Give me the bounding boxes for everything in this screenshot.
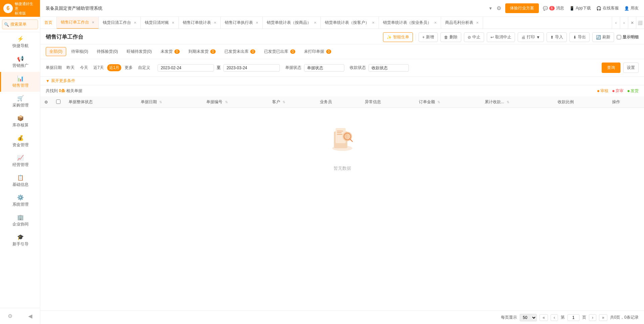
next-page-button[interactable]: › <box>589 314 596 321</box>
tab-close-sales-summary-customer[interactable]: ✕ <box>372 21 375 25</box>
th-date[interactable]: 单据日期 ⇅ <box>137 96 202 108</box>
collapse-icon[interactable]: ◀ <box>27 312 34 321</box>
th-collected[interactable]: 累计收款... ⇅ <box>481 96 554 108</box>
filter-tab-wangpu[interactable]: 旺铺待发货(0) <box>123 47 156 56</box>
sidebar-item-guide[interactable]: 🎓 新手引导 <box>0 231 40 250</box>
sidebar-item-system[interactable]: ⚙️ 系统管理 <box>0 191 40 211</box>
print-button[interactable]: 🖨 打印 ▼ <box>518 32 544 42</box>
prev-page-button[interactable]: ‹ <box>551 314 558 321</box>
tab-home[interactable]: 首页 <box>40 17 57 29</box>
experience-button[interactable]: 体验行业方案 <box>505 3 539 13</box>
last-page-button[interactable]: » <box>599 314 607 321</box>
tab-close-sales-exec[interactable]: ✕ <box>256 21 258 25</box>
tab-sales-workbench[interactable]: 销售订单工作台 ✕ <box>57 17 99 29</box>
tab-close-cash-daily[interactable]: ✕ <box>134 21 136 25</box>
th-amount[interactable]: 订单金额 ⇅ <box>415 96 480 108</box>
show-details-label[interactable]: 显示明细 <box>617 34 639 40</box>
filter-tab-all[interactable]: 全部(0) <box>46 47 66 56</box>
th-customer[interactable]: 客户 ⇅ <box>268 96 316 108</box>
sort-number-icon[interactable]: ⇅ <box>225 100 228 104</box>
tab-scroll-right[interactable]: › <box>620 17 628 29</box>
stop-button[interactable]: ⊘ 中止 <box>464 32 484 42</box>
date-btn-custom[interactable]: 自定义 <box>136 64 152 71</box>
tab-sales-summary-customer[interactable]: 销货单统计表（按客户） ✕ <box>321 17 379 29</box>
date-to-input[interactable] <box>223 64 280 72</box>
online-service-button[interactable]: 🎧 在线客服 <box>596 5 619 11</box>
date-btn-today[interactable]: 今天 <box>78 64 90 71</box>
tab-close-cash-reconcile[interactable]: ✕ <box>172 21 174 25</box>
sidebar-item-sales[interactable]: 📊 销售管理 <box>0 72 40 92</box>
first-page-button[interactable]: « <box>540 314 548 321</box>
show-details-checkbox[interactable] <box>617 35 621 39</box>
tab-maximize[interactable]: ⬜ <box>636 17 644 29</box>
sidebar-item-purchase[interactable]: 🛒 采购管理 <box>0 92 40 112</box>
cancel-review-button[interactable]: 弃审 <box>612 88 624 94</box>
tab-sales-summary-staff[interactable]: 销货单统计表（按业务员） ✕ <box>379 17 441 29</box>
filter-tab-pending-check[interactable]: 待拣验货(0) <box>93 47 122 56</box>
th-checkbox[interactable] <box>52 96 65 108</box>
sort-date-icon[interactable]: ⇅ <box>159 100 162 104</box>
tab-sales-summary-product[interactable]: 销货单统计表（按商品） ✕ <box>263 17 321 29</box>
search-menu-button[interactable]: 🔍 搜索菜单 <box>2 19 38 29</box>
sort-amount-icon[interactable]: ⇅ <box>437 100 440 104</box>
sort-collected-icon[interactable]: ⇅ <box>507 100 509 104</box>
date-btn-more[interactable]: 更多 <box>123 64 135 71</box>
import-button[interactable]: ⬆ 导入 <box>547 32 567 42</box>
sidebar-item-marketing[interactable]: 📢 营销推广 <box>0 52 40 72</box>
tab-close-all[interactable]: ✕ <box>628 17 636 29</box>
system-dropdown-arrow[interactable]: ▼ <box>488 6 492 11</box>
search-setting-button[interactable]: 设置 <box>623 63 639 73</box>
status-select[interactable]: 单据状态 <box>304 64 344 72</box>
select-all-checkbox[interactable] <box>56 99 60 104</box>
tab-cash-reconcile[interactable]: 钱货日清对账 ✕ <box>141 17 179 29</box>
smart-generate-button[interactable]: ✨ 智能生单 <box>383 32 413 42</box>
filter-tab-shipped-out[interactable]: 已发货已出库 0 <box>260 47 299 56</box>
tab-scroll-left[interactable]: ‹ <box>612 17 620 29</box>
query-button[interactable]: 查询 <box>602 63 620 73</box>
payment-select[interactable]: 收款状态 <box>369 64 409 72</box>
user-button[interactable]: 👤 用友 <box>624 5 639 11</box>
expand-conditions-button[interactable]: ▼ 展开更多条件 <box>46 78 639 84</box>
page-size-select[interactable]: 50 10 20 100 <box>520 314 537 321</box>
th-staff[interactable]: 业务员 <box>316 96 361 108</box>
tab-close-sales-summary-product[interactable]: ✕ <box>314 21 316 25</box>
sidebar-item-quick-nav[interactable]: ⚡ 快捷导航 <box>0 32 40 52</box>
date-btn-yesterday[interactable]: 昨天 <box>65 64 77 71</box>
tab-sales-exec[interactable]: 销售订单执行表 ✕ <box>221 17 263 29</box>
tab-close-sales-workbench[interactable]: ✕ <box>92 21 94 24</box>
tab-sales-stats[interactable]: 销售订单统计表 ✕ <box>179 17 221 29</box>
tab-close-margin-analysis[interactable]: ✕ <box>476 21 479 25</box>
sidebar-item-enterprise[interactable]: 🏢 企业协同 <box>0 211 40 231</box>
sidebar-item-basic-info[interactable]: 📋 基础信息 <box>0 171 40 191</box>
date-from-input[interactable] <box>158 64 214 72</box>
sidebar-item-finance[interactable]: 💰 资金管理 <box>0 131 40 151</box>
app-download-button[interactable]: 📱 App下载 <box>569 5 591 11</box>
filter-tab-pending-review[interactable]: 待审核(0) <box>68 47 92 56</box>
date-btn-1month[interactable]: 近1月 <box>107 64 122 71</box>
export-button[interactable]: ⬇ 导出 <box>569 32 590 42</box>
filter-tab-shipped-in[interactable]: 已发货未出库 0 <box>221 47 259 56</box>
tab-close-sales-summary-staff[interactable]: ✕ <box>434 21 437 25</box>
system-settings-icon[interactable]: ⚙ <box>497 5 501 11</box>
refresh-button[interactable]: 🔄 刷新 <box>592 32 614 42</box>
delete-button[interactable]: 🗑 删除 <box>440 32 461 42</box>
filter-tab-unshipped[interactable]: 未发货 0 <box>157 47 183 56</box>
horizontal-scrollbar[interactable] <box>40 308 644 311</box>
cancel-stop-button[interactable]: ↩ 取消中止 <box>487 32 515 42</box>
sort-customer-icon[interactable]: ⇅ <box>283 100 285 104</box>
th-settings[interactable]: ⚙ <box>40 96 52 108</box>
settings-bottom-icon[interactable]: ⚙ <box>6 312 14 321</box>
new-button[interactable]: + 新增 <box>419 32 438 42</box>
page-number-input[interactable] <box>567 314 579 321</box>
ship-button[interactable]: 发货 <box>628 88 639 94</box>
message-button[interactable]: 💬 6 消息 <box>543 5 564 11</box>
tab-cash-daily[interactable]: 钱货日清工作台 ✕ <box>99 17 141 29</box>
tab-close-sales-stats[interactable]: ✕ <box>214 21 216 25</box>
sidebar-item-operations[interactable]: 📈 经营管理 <box>0 151 40 171</box>
review-button[interactable]: 审核 <box>597 88 608 94</box>
th-number[interactable]: 单据编号 ⇅ <box>202 96 268 108</box>
filter-tab-overdue[interactable]: 到期未发货 0 <box>185 47 219 56</box>
filter-tab-unprinted[interactable]: 未打印单据 0 <box>300 47 335 56</box>
sidebar-item-inventory[interactable]: 📦 库存核算 <box>0 112 40 131</box>
tab-margin-analysis[interactable]: 商品毛利分析表 ✕ <box>441 17 483 29</box>
